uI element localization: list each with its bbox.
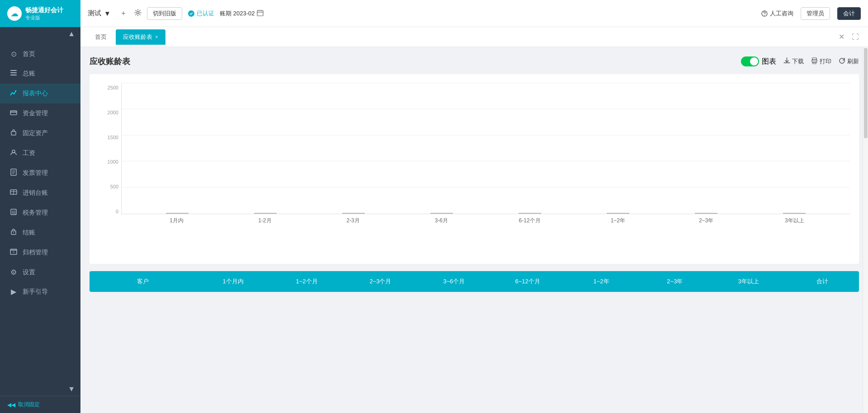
download-icon [783, 57, 790, 66]
bar-group-3 [311, 213, 395, 214]
scrollbar-track[interactable] [863, 47, 868, 413]
sidebar-item-funds[interactable]: 资金管理 [0, 103, 80, 123]
main-area: 测试 ▼ ＋ 切到旧版 已认证 账期 2023-02 人工咨询 管理 [80, 0, 868, 413]
page-content: 应收账龄表 图表 下载 打 [80, 47, 868, 413]
sidebar-item-payroll[interactable]: 工资 [0, 143, 80, 163]
settings-btn[interactable] [132, 7, 143, 20]
refresh-icon [839, 57, 845, 66]
certified-badge: 已认证 [188, 9, 214, 18]
bar-1-2y [607, 213, 629, 214]
tab-close-icon[interactable]: × [155, 34, 158, 40]
svg-point-29 [764, 15, 765, 16]
bar-chart: 0 500 1000 1500 2000 2500 [99, 83, 850, 228]
x-label-1m: 1月内 [135, 217, 218, 228]
th-3-6m: 3~6个月 [417, 271, 491, 292]
page-title: 应收账龄表 [90, 56, 130, 67]
th-1-2m: 1~2个月 [270, 271, 344, 292]
svg-rect-5 [10, 112, 17, 113]
page-toolbar: 图表 下载 打印 刷新 [741, 56, 859, 66]
sidebar-item-close[interactable]: 结账 [0, 223, 80, 243]
scrollbar-thumb[interactable] [864, 48, 868, 138]
svg-point-7 [12, 150, 15, 153]
bar-3y-plus [783, 213, 806, 214]
download-btn[interactable]: 下载 [783, 57, 804, 66]
bar-3-6m [430, 213, 453, 214]
chart-toggle[interactable]: 图表 [741, 56, 776, 66]
close-accounts-icon [9, 228, 18, 237]
switch-version-btn[interactable]: 切到旧版 [147, 7, 182, 20]
sidebar: ☁ 畅捷通好会计 专业版 ▲ ⊙ 首页 总账 报表中心 [0, 0, 80, 413]
sidebar-item-inventory[interactable]: 进销台账 [0, 183, 80, 203]
svg-point-18 [13, 232, 14, 233]
sidebar-item-label: 新手引导 [23, 288, 48, 296]
settings-icon: ⚙ [9, 268, 18, 277]
x-label-2-3m: 2-3月 [311, 217, 395, 228]
sidebar-item-home[interactable]: ⊙ 首页 [0, 44, 80, 64]
print-btn[interactable]: 打印 [811, 57, 831, 66]
bar-group-6 [576, 213, 660, 214]
refresh-label: 刷新 [847, 57, 859, 66]
bar-1-2m [254, 213, 277, 214]
tab-expand-btn[interactable]: ⛶ [850, 31, 861, 43]
sidebar-item-tax[interactable]: 税 税务管理 [0, 203, 80, 223]
topbar-right: 人工咨询 管理员 会计 [761, 7, 861, 20]
accounting-btn[interactable]: 会计 [837, 7, 861, 20]
sidebar-item-label: 工资 [23, 149, 35, 157]
assets-icon [9, 129, 18, 138]
sidebar-item-settings[interactable]: ⚙ 设置 [0, 263, 80, 282]
svg-point-22 [137, 11, 139, 14]
y-label-2500: 2500 [99, 85, 121, 90]
sidebar-item-reports[interactable]: 报表中心 [0, 84, 80, 103]
sidebar-item-label: 进销台账 [23, 189, 48, 197]
th-1-2y: 1~2年 [565, 271, 638, 292]
chart-toggle-label: 图表 [762, 57, 776, 66]
topbar: 测试 ▼ ＋ 切到旧版 已认证 账期 2023-02 人工咨询 管理 [80, 0, 868, 27]
sidebar-item-invoice[interactable]: 发票管理 [0, 163, 80, 183]
tab-close-btn[interactable]: ✕ [837, 31, 846, 43]
svg-rect-0 [10, 70, 17, 71]
sidebar-scroll-down[interactable]: ▼ [66, 383, 77, 395]
certified-label: 已认证 [197, 9, 214, 18]
svg-rect-6 [11, 131, 16, 135]
consulting-btn[interactable]: 人工咨询 [761, 9, 793, 18]
th-customer: 客户 [90, 271, 196, 292]
sidebar-nav: ⊙ 首页 总账 报表中心 资金管理 固定资产 [0, 41, 80, 382]
period-display: 账期 2023-02 [220, 9, 264, 18]
table-header: 客户 1个月内 1~2个月 2~3个月 3~6个月 6~12个月 1~2年 2~… [90, 271, 859, 292]
sidebar-logo: ☁ 畅捷通好会计 专业版 [0, 0, 80, 27]
user-btn[interactable]: 管理员 [801, 7, 830, 20]
y-label-2000: 2000 [99, 110, 121, 115]
sidebar-scroll-up[interactable]: ▲ [66, 28, 77, 40]
th-3y-plus: 3年以上 [712, 271, 785, 292]
svg-rect-24 [257, 10, 263, 16]
toggle-track[interactable] [741, 56, 759, 66]
sidebar-item-label: 首页 [23, 50, 35, 58]
sidebar-item-label: 设置 [23, 268, 35, 277]
bar-6-12m [519, 213, 541, 214]
sidebar-item-label: 资金管理 [23, 109, 48, 117]
sidebar-item-guide[interactable]: ▶ 新手引导 [0, 282, 80, 301]
sidebar-item-archive[interactable]: 归档管理 [0, 243, 80, 263]
topbar-actions: ＋ 切到旧版 [118, 7, 182, 20]
sidebar-item-assets[interactable]: 固定资产 [0, 123, 80, 143]
calendar-icon[interactable] [257, 9, 264, 18]
x-label-6-12m: 6-12个月 [488, 217, 571, 228]
tab-home[interactable]: 首页 [88, 29, 114, 45]
company-name: 测试 [88, 9, 101, 18]
tab-receivables[interactable]: 应收账龄表 × [116, 29, 165, 45]
sidebar-item-ledger[interactable]: 总账 [0, 64, 80, 84]
sidebar-item-label: 税务管理 [23, 209, 48, 217]
refresh-btn[interactable]: 刷新 [839, 57, 859, 66]
add-btn[interactable]: ＋ [118, 7, 129, 20]
invoice-icon [9, 169, 18, 178]
sidebar-unpin-btn[interactable]: ◀◀ 取消固定 [0, 396, 80, 413]
company-dropdown-icon: ▼ [104, 9, 111, 17]
x-label-2-3y: 2~3年 [665, 217, 748, 228]
svg-rect-4 [10, 111, 17, 115]
company-selector[interactable]: 测试 ▼ [88, 9, 111, 18]
chart-section: 0 500 1000 1500 2000 2500 [90, 74, 859, 264]
x-label-3y-plus: 3年以上 [753, 217, 836, 228]
svg-rect-1 [10, 72, 17, 73]
bar-group-1 [135, 213, 219, 214]
th-1m: 1个月内 [196, 271, 270, 292]
